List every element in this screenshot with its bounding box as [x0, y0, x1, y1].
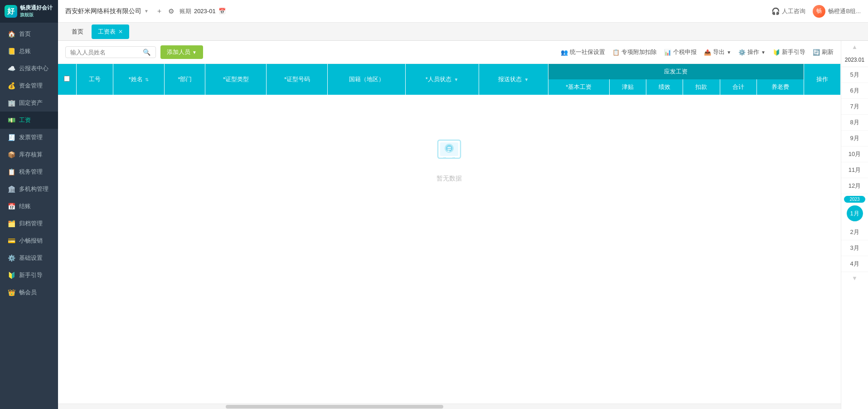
tab-home[interactable]: 首页	[65, 24, 90, 39]
sidebar-item-salary[interactable]: 💵 工资	[0, 112, 58, 129]
th-checkbox[interactable]	[58, 64, 76, 95]
period-label: 账期	[179, 7, 191, 15]
sidebar-item-label-settings: 基础设置	[19, 254, 43, 262]
ai-service-btn[interactable]: 🎧 人工咨询	[771, 7, 805, 15]
month-8[interactable]: 8月	[841, 115, 868, 131]
user-account[interactable]: 畅 畅橙通B组...	[813, 5, 861, 18]
social-icon: 👥	[561, 49, 568, 56]
sidebar-item-label-close: 结账	[19, 202, 31, 210]
month-4[interactable]: 4月	[841, 256, 868, 272]
th-subsidy: 津贴	[609, 79, 646, 95]
th-performance-label: 绩效	[659, 83, 670, 90]
sidebar-item-home[interactable]: 🏠 首页	[0, 25, 58, 43]
month-1-active[interactable]: 1月	[847, 205, 863, 222]
export-label: 导出	[713, 48, 725, 56]
month-10[interactable]: 10月	[841, 146, 868, 162]
sidebar-item-guide[interactable]: 🔰 新手引导	[0, 267, 58, 284]
month-7[interactable]: 7月	[841, 99, 868, 115]
personal-tax-btn[interactable]: 📊 个税申报	[664, 48, 697, 56]
period-value[interactable]: 2023-01	[194, 8, 216, 15]
export-dropdown-icon: ▼	[727, 50, 731, 55]
sidebar-item-multi-org[interactable]: 🏛️ 多机构管理	[0, 180, 58, 198]
tax-icon: 📊	[664, 49, 671, 56]
month-11[interactable]: 11月	[841, 162, 868, 178]
guide-btn[interactable]: 🔰 新手引导	[773, 48, 805, 56]
add-person-dropdown-icon: ▼	[192, 50, 197, 55]
gear-icon: ⚙	[168, 7, 174, 15]
sidebar-item-close[interactable]: 📅 结账	[0, 198, 58, 215]
member-icon: 👑	[7, 288, 15, 297]
th-name[interactable]: *姓名 ⇅	[113, 64, 165, 95]
guide-icon: 🔰	[773, 49, 780, 56]
add-person-button[interactable]: 添加人员 ▼	[160, 45, 203, 59]
month-1-container[interactable]: 1月	[841, 203, 868, 224]
calendar-icon[interactable]: 📅	[218, 8, 226, 15]
sidebar-item-label-member: 畅会员	[19, 288, 37, 297]
operations-btn[interactable]: ⚙️ 操作 ▼	[738, 48, 766, 56]
app-header: 西安虾米网络科技有限公司 ▼ ＋ ⚙ 账期 2023-01 📅 🎧 人工咨询 畅…	[58, 0, 868, 23]
month-3[interactable]: 3月	[841, 240, 868, 256]
sidebar-item-archive[interactable]: 🗂️ 归档管理	[0, 215, 58, 232]
name-sort-icon: ⇅	[145, 77, 149, 82]
expense-icon: 💳	[7, 237, 15, 245]
deduct-icon: 📋	[612, 49, 620, 56]
company-selector[interactable]: 西安虾米网络科技有限公司 ▼	[65, 7, 149, 15]
th-employee-id-label: 工号	[89, 76, 101, 83]
company-name: 西安虾米网络科技有限公司	[65, 7, 141, 15]
right-panel: ▲ 2023.01 5月 6月 7月 8月 9月 10月 11月 12月 202…	[841, 41, 868, 409]
sidebar-item-member[interactable]: 👑 畅会员	[0, 284, 58, 301]
month-9[interactable]: 9月	[841, 131, 868, 146]
settings-icon: ⚙️	[7, 254, 15, 262]
header-right: 🎧 人工咨询 畅 畅橙通B组...	[771, 5, 861, 18]
social-security-btn[interactable]: 👥 统一社保设置	[561, 48, 605, 56]
sidebar-item-ledger[interactable]: 📒 总账	[0, 43, 58, 60]
th-operations: 操作	[804, 64, 840, 95]
th-personnel-status-label: *人员状态	[426, 76, 451, 83]
th-nationality: 国籍（地区）	[328, 64, 405, 95]
sidebar-item-inventory[interactable]: 📦 库存核算	[0, 146, 58, 163]
th-personnel-status[interactable]: *人员状态 ▼	[405, 64, 479, 95]
operations-label: 操作	[747, 48, 759, 56]
right-panel-header: 2023.01	[841, 53, 868, 67]
month-2[interactable]: 2月	[841, 224, 868, 240]
special-deduct-label: 专项附加扣除	[621, 48, 657, 56]
user-avatar: 畅	[813, 5, 825, 18]
sidebar-item-label-salary: 工资	[19, 116, 31, 124]
sidebar-item-settings[interactable]: ⚙️ 基础设置	[0, 249, 58, 267]
month-6[interactable]: 6月	[841, 83, 868, 99]
export-btn[interactable]: 📤 导出 ▼	[704, 48, 731, 56]
ledger-icon: 📒	[7, 47, 15, 55]
sidebar-item-funds[interactable]: 💰 资金管理	[0, 77, 58, 94]
select-all-checkbox[interactable]	[64, 76, 70, 82]
th-report-status-label: 报送状态	[498, 76, 522, 83]
horizontal-scrollbar[interactable]	[58, 404, 841, 409]
sidebar-item-expense[interactable]: 💳 小畅报销	[0, 232, 58, 249]
month-5[interactable]: 5月	[841, 67, 868, 83]
search-input[interactable]	[70, 49, 143, 56]
scroll-down-btn[interactable]: ▼	[841, 272, 868, 284]
special-deduct-btn[interactable]: 📋 专项附加扣除	[612, 48, 657, 56]
tab-close-icon[interactable]: ✕	[118, 29, 123, 35]
ai-service-label: 人工咨询	[782, 7, 805, 15]
sidebar-item-assets[interactable]: 🏢 固定资产	[0, 94, 58, 112]
scrollbar-thumb[interactable]	[226, 405, 443, 409]
logo-icon: 好	[5, 5, 17, 18]
sidebar-item-tax[interactable]: 📋 税务管理	[0, 163, 58, 180]
th-report-status[interactable]: 报送状态 ▼	[479, 64, 548, 95]
refresh-btn[interactable]: 🔄 刷新	[813, 48, 834, 56]
sidebar-item-cloud-report[interactable]: ☁️ 云报表中心	[0, 60, 58, 77]
svg-rect-5	[447, 149, 451, 150]
th-id-type-label: *证型类型	[223, 76, 249, 83]
home-icon: 🏠	[7, 30, 15, 38]
scroll-up-btn[interactable]: ▲	[841, 41, 868, 53]
tab-salary[interactable]: 工资表 ✕	[92, 24, 129, 39]
month-12[interactable]: 12月	[841, 178, 868, 194]
search-box[interactable]: 🔍	[65, 46, 156, 58]
sidebar-item-invoice[interactable]: 🧾 发票管理	[0, 129, 58, 146]
refresh-label: 刷新	[822, 48, 834, 56]
funds-icon: 💰	[7, 82, 15, 90]
archive-icon: 🗂️	[7, 219, 15, 228]
settings-btn[interactable]: ⚙	[168, 7, 176, 15]
salary-table: 工号 *姓名 ⇅ *部门 *证型类型	[58, 64, 841, 219]
add-company-btn[interactable]: ＋	[156, 7, 165, 15]
